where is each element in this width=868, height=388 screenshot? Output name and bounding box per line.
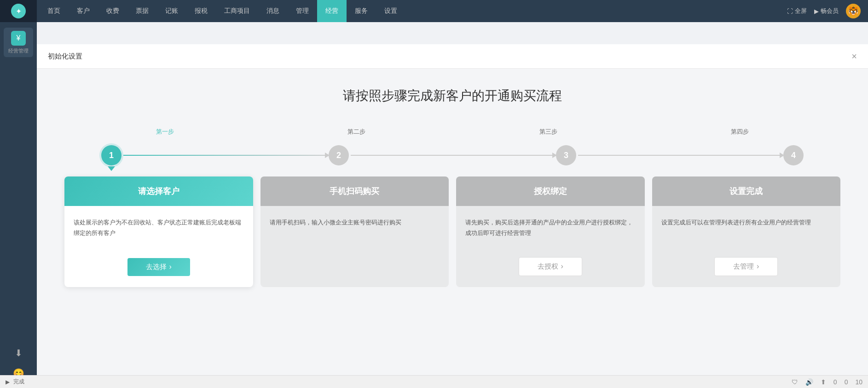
step-circles-row: 1 2 3 <box>64 145 840 165</box>
step-4-btn-arrow: › <box>757 262 759 270</box>
step-card-2: 手机扫码购买 请用手机扫码，输入小微企业主账号密码进行购买 <box>260 176 449 287</box>
nav-item-fee[interactable]: 收费 <box>98 0 127 22</box>
step-card-3: 授权绑定 请先购买，购买后选择开通的产品中的企业用户进行授权绑定，成功后即可进行… <box>456 176 645 287</box>
download-icon[interactable]: ⬇ <box>15 347 23 359</box>
step-label-4: 第四步 <box>644 128 836 136</box>
page-header: 初始化设置 × <box>37 44 868 69</box>
nav-item-operation[interactable]: 经营 <box>317 0 347 22</box>
nav-item-settings[interactable]: 设置 <box>376 0 405 22</box>
step-3-indicator: 3 <box>556 145 576 165</box>
message-count: 0 <box>845 378 848 386</box>
step-pointer-1 <box>108 166 115 171</box>
card-1-footer: 去选择 › <box>64 251 253 287</box>
left-sidebar: ¥ 经营管理 ⬇ 😊 <box>0 22 37 388</box>
step-labels-row: 第一步 第二步 第三步 第四步 <box>64 128 840 136</box>
step-cards-container: 请选择客户 该处展示的客户为不在回收站、客户状态正常建账后完成老板端绑定的所有客… <box>64 176 840 287</box>
card-1-header: 请选择客户 <box>64 176 253 206</box>
card-3-body: 请先购买，购买后选择开通的产品中的企业用户进行授权绑定，成功后即可进行经营管理 <box>456 206 645 250</box>
fullscreen-label: 全屏 <box>795 7 807 15</box>
nav-right-area: ⛶ 全屏 ▶ 畅会员 🐯 <box>787 4 868 18</box>
status-bar: ▶ 完成 🛡 🔊 ⬆ 0 0 10 <box>0 375 868 388</box>
card-4-header: 设置完成 <box>652 176 841 206</box>
nav-item-message[interactable]: 消息 <box>258 0 288 22</box>
nav-item-home[interactable]: 首页 <box>39 0 69 22</box>
step-3-action-button[interactable]: 去授权 › <box>519 257 582 276</box>
step-arrow-3 <box>578 155 781 156</box>
volume-icon: 🔊 <box>805 378 813 386</box>
app-logo: ✦ <box>11 4 26 18</box>
fullscreen-icon: ⛶ <box>787 8 793 15</box>
step-label-1: 第一步 <box>69 128 261 136</box>
main-heading: 请按照步骤完成新客户的开通购买流程 <box>64 87 840 105</box>
step-circle-1: 1 <box>101 145 122 165</box>
video-icon: ▶ <box>814 8 819 15</box>
step-circle-4: 4 <box>783 145 804 165</box>
step-card-1: 请选择客户 该处展示的客户为不在回收站、客户状态正常建账后完成老板端绑定的所有客… <box>64 176 253 287</box>
step-4-action-button[interactable]: 去管理 › <box>714 257 778 276</box>
main-content-area: 初始化设置 × 请按照步骤完成新客户的开通购买流程 第一步 第二步 第三步 第四… <box>37 44 868 388</box>
nav-item-customer[interactable]: 客户 <box>69 0 98 22</box>
step-label-3: 第三步 <box>452 128 644 136</box>
step-1-btn-label: 去选择 <box>146 263 167 271</box>
step-circle-2: 2 <box>329 145 349 165</box>
card-4-footer: 去管理 › <box>652 250 841 287</box>
card-4-body: 设置完成后可以在管理列表进行所有企业用户的经营管理 <box>652 206 841 250</box>
step-3-btn-label: 去授权 <box>538 262 558 271</box>
operation-icon: ¥ <box>11 31 26 46</box>
step-circle-3: 3 <box>556 145 576 165</box>
nav-items-list: 首页 客户 收费 票据 记账 报税 工商项目 消息 管理 经营 服务 设置 <box>39 0 787 22</box>
fullscreen-button[interactable]: ⛶ 全屏 <box>787 7 807 15</box>
member-label: 畅会员 <box>821 7 839 15</box>
step-arrow-2 <box>351 155 554 156</box>
card-2-body: 请用手机扫码，输入小微企业主账号密码进行购买 <box>260 206 449 269</box>
nav-item-accounting[interactable]: 记账 <box>157 0 186 22</box>
nav-item-service[interactable]: 服务 <box>347 0 376 22</box>
sidebar-item-operation[interactable]: ¥ 经营管理 <box>4 28 33 57</box>
step-1-action-button[interactable]: 去选择 › <box>127 258 190 276</box>
nav-item-tax[interactable]: 报税 <box>186 0 216 22</box>
download-status-icon: ⬆ <box>821 378 826 386</box>
content-area: 请按照步骤完成新客户的开通购买流程 第一步 第二步 第三步 第四步 1 <box>37 69 868 315</box>
status-bar-right: 🛡 🔊 ⬆ 0 0 10 <box>792 378 862 386</box>
notification-count: 0 <box>833 378 837 386</box>
nav-item-manage[interactable]: 管理 <box>288 0 317 22</box>
card-2-header: 手机扫码购买 <box>260 176 449 206</box>
status-play-icon: ▶ <box>6 379 10 385</box>
step-arrow-1 <box>123 155 327 156</box>
step-card-4: 设置完成 设置完成后可以在管理列表进行所有企业用户的经营管理 去管理 › <box>652 176 841 287</box>
shield-icon: 🛡 <box>792 378 798 386</box>
logo-area: ✦ <box>0 0 37 22</box>
sidebar-bottom-icons: ⬇ 😊 <box>13 347 24 379</box>
step-2-indicator: 2 <box>329 145 349 165</box>
close-button[interactable]: × <box>851 52 857 61</box>
user-avatar[interactable]: 🐯 <box>846 4 861 18</box>
sidebar-item-label: 经营管理 <box>8 47 29 54</box>
step-3-btn-arrow: › <box>561 262 563 270</box>
card-3-footer: 去授权 › <box>456 250 645 287</box>
step-label-2: 第二步 <box>261 128 453 136</box>
page-title: 初始化设置 <box>48 52 82 61</box>
card-2-footer <box>260 269 449 287</box>
step-4-btn-label: 去管理 <box>733 262 754 271</box>
step-1-indicator: 1 <box>101 145 122 165</box>
card-3-header: 授权绑定 <box>456 176 645 206</box>
steps-wrapper: 第一步 第二步 第三步 第四步 1 2 <box>64 128 840 287</box>
card-1-body: 该处展示的客户为不在回收站、客户状态正常建账后完成老板端绑定的所有客户 <box>64 206 253 251</box>
step-1-btn-arrow: › <box>169 263 172 271</box>
nav-item-bill[interactable]: 票据 <box>127 0 157 22</box>
zoom-level: 10 <box>855 378 862 386</box>
top-navigation: ✦ 首页 客户 收费 票据 记账 报税 工商项目 消息 管理 经营 服务 设置 … <box>0 0 868 22</box>
nav-item-business[interactable]: 工商项目 <box>216 0 258 22</box>
member-button[interactable]: ▶ 畅会员 <box>814 7 839 15</box>
status-label: 完成 <box>13 378 24 386</box>
step-4-indicator: 4 <box>783 145 804 165</box>
